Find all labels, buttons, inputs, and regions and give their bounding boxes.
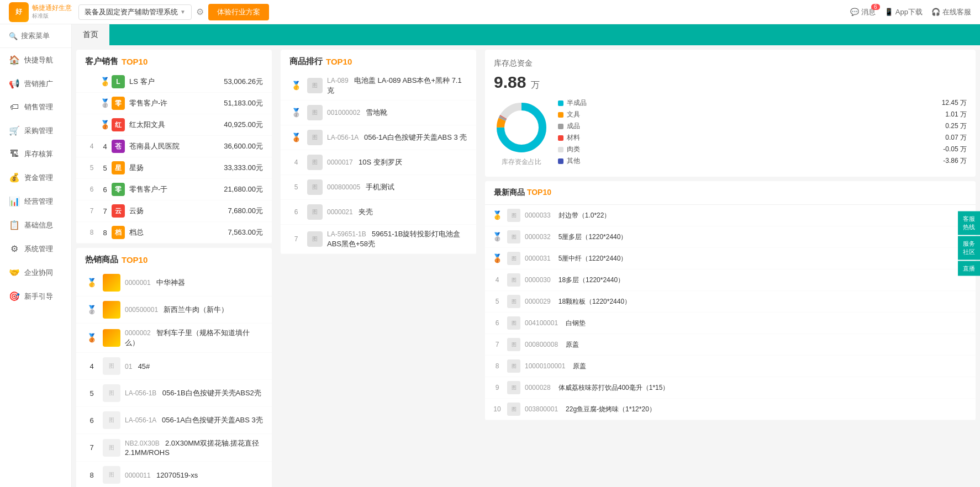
sidebar-item-guide[interactable]: 🎯 新手引导 — [0, 284, 71, 308]
product-name: 5厘中纤（1220*2440） — [559, 254, 969, 263]
gear-icon[interactable]: ⚙ — [196, 7, 204, 17]
app-download-button[interactable]: 📱 App下载 — [884, 7, 923, 17]
sidebar-label-base: 基础信息 — [24, 220, 53, 230]
sidebar-item-finance[interactable]: 💰 资金管理 — [0, 166, 71, 189]
product-row: 🥉 图 LA-056-1A 056-1A白色按键开关盖ABS 3 壳 — [281, 125, 476, 150]
inventory-amount-value: 9.88 — [494, 73, 526, 91]
logo-text: 畅捷通好生意 — [32, 4, 72, 12]
customer-avatar: 零 — [112, 183, 125, 196]
sidebar-label-system: 系统管理 — [24, 244, 53, 254]
product-name: 白钢垫 — [566, 319, 969, 328]
rank-number: 5 — [289, 183, 303, 191]
product-code: 0000001 — [125, 279, 154, 287]
float-hotline-button[interactable]: 客服热线 — [958, 211, 980, 235]
try-button[interactable]: 体验行业方案 — [208, 4, 269, 20]
collab-icon: 🤝 — [9, 267, 20, 278]
product-row: 6 图 0000021 夹壳 — [281, 200, 476, 225]
product-code: 001000002 — [327, 109, 364, 117]
headset-icon: 🎧 — [931, 8, 940, 16]
rank-number: 5 — [85, 164, 98, 172]
product-name: 45# — [138, 362, 150, 370]
sidebar-item-quicknav[interactable]: 🏠 快捷导航 — [0, 48, 71, 72]
customer-avatar: 档 — [112, 226, 125, 239]
rank-number: 9 — [492, 384, 503, 391]
product-name: 12070519-xs — [156, 471, 198, 479]
newest-products-list: 🥇 图 0000033 封边带（1.0*22） 🥈 图 0000032 5厘多层… — [485, 205, 976, 420]
product-code: 000800008 — [525, 341, 558, 348]
rank-number: 6 — [289, 208, 303, 216]
newest-top10-badge: TOP10 — [527, 188, 551, 197]
rank-number: 6 — [85, 186, 98, 193]
product-placeholder: 图 — [103, 357, 120, 375]
product-detail: LA-056-1A 056-1A白色按键开关盖ABS 3 壳 — [327, 133, 467, 142]
product-icon: 图 — [307, 105, 323, 120]
sidebar-item-collab[interactable]: 🤝 企业协同 — [0, 261, 71, 284]
customer-amount: 33,333.00元 — [224, 163, 263, 173]
product-icon: 图 — [307, 231, 323, 247]
rank-number: 🥇 — [492, 210, 503, 220]
sidebar-label-guide: 新手引导 — [24, 292, 53, 301]
product-info: LA-056-1A 056-1A白色按键开关盖ABS 3壳 — [125, 415, 263, 425]
product-name: 雪地靴 — [366, 108, 387, 117]
sidebar-item-sales[interactable]: 🏷 销售管理 — [0, 96, 71, 119]
sidebar-item-inventory[interactable]: 🏗 库存核算 — [0, 142, 71, 166]
logo-sub: 标准版 — [32, 12, 72, 20]
rank-number: 8 — [492, 362, 503, 370]
system-selector[interactable]: 装备及固定资产辅助管理系统 ▼ — [78, 4, 192, 20]
donut-chart — [494, 100, 549, 155]
customer-amount: 51,183.00元 — [224, 98, 263, 108]
product-detail: 000800005 手机测试 — [327, 182, 467, 192]
product-code: LA-089 — [327, 77, 352, 84]
product-thumbnail — [103, 274, 120, 292]
sidebar-label-sales: 销售管理 — [24, 102, 53, 112]
newest-product-row: 5 图 0000029 18颗粒板（1220*2440） — [485, 291, 976, 313]
customer-avatar: L — [112, 75, 125, 88]
newest-product-row: 🥉 图 0000031 5厘中纤（1220*2440） — [485, 248, 976, 269]
product-code: 0000032 — [525, 233, 551, 241]
sidebar-item-operations[interactable]: 📊 经营管理 — [0, 189, 71, 213]
sidebar-item-system[interactable]: ⚙ 系统管理 — [0, 237, 71, 261]
customer-row: 4 4 苍 苍南县人民医院 36,600.00元 — [76, 136, 272, 157]
right-column: 库存总资金 9.88 万 — [481, 45, 980, 487]
home-icon: 🏠 — [9, 55, 20, 65]
product-placeholder: 图 — [103, 439, 120, 457]
product-info: 0000011 12070519-xs — [125, 471, 263, 479]
message-button[interactable]: 💬 消息 6 — [850, 7, 876, 17]
product-info: LA-056-1B 056-1B白色按键开关壳ABS2壳 — [125, 388, 263, 398]
inventory-title: 库存总资金 — [494, 59, 540, 68]
message-badge: 6 — [871, 4, 880, 10]
product-thumbnail — [103, 301, 120, 319]
product-row: 🥈 图 001000002 雪地靴 — [281, 100, 476, 125]
sidebar-item-marketing[interactable]: 📢 营销推广 — [0, 72, 71, 96]
product-code: 004100001 — [525, 319, 558, 327]
rank-number: 4 — [85, 362, 98, 370]
float-live-button[interactable]: 直播 — [958, 261, 980, 276]
rank-number: 🥇 — [289, 81, 303, 91]
tab-home[interactable]: 首页 — [72, 24, 109, 45]
hot-products-list: 🥇 0000001 中华神器 🥈 000500001 新西兰牛肉（新牛） 🥉 0… — [76, 269, 272, 487]
legend-item-meat: 肉类 -0.05 万 — [558, 145, 967, 154]
product-icon: 图 — [507, 403, 520, 416]
customer-top10-badge: TOP10 — [122, 57, 147, 66]
search-icon: 🔍 — [9, 32, 18, 40]
rank-number: 5 — [492, 298, 503, 305]
customer-name: 零售客户-于 — [129, 184, 224, 194]
sidebar-item-base[interactable]: 📋 基础信息 — [0, 213, 71, 237]
product-code: 01 — [125, 363, 136, 370]
product-ranking-panel: 商品排行 TOP10 🥇 图 LA-089 电池盖 LA-089 ABS本色+黑… — [281, 50, 476, 254]
sidebar-label-operations: 经营管理 — [24, 197, 53, 207]
product-thumbnail — [103, 329, 120, 347]
legend-item-other: 其他 -3.86 万 — [558, 156, 967, 166]
customer-name: 红太阳文具 — [129, 120, 224, 130]
hot-product-row: 🥉 0000002 智利车子里（规格不知道填什么） — [76, 324, 272, 353]
online-service-button[interactable]: 🎧 在线客服 — [931, 7, 971, 17]
service-label: 在线客服 — [942, 7, 971, 17]
product-code: 0000021 — [327, 208, 356, 216]
float-community-button[interactable]: 服务社区 — [958, 236, 980, 260]
inventory-icon: 🏗 — [9, 149, 20, 159]
customer-avatar: 零 — [112, 97, 125, 110]
product-name: 10S 变刹罗厌 — [359, 158, 402, 166]
product-code: 0000033 — [525, 211, 551, 219]
search-menu-item[interactable]: 🔍 搜索菜单 — [0, 24, 71, 48]
sidebar-item-purchase[interactable]: 🛒 采购管理 — [0, 119, 71, 142]
